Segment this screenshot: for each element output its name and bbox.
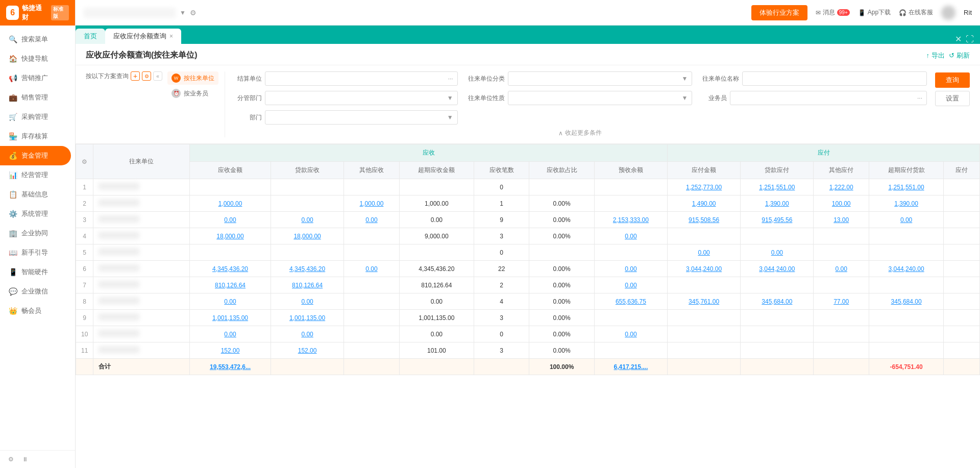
cell-link[interactable]: 0.00	[814, 261, 869, 277]
cell-link[interactable]: 915,495.56	[741, 212, 814, 228]
cell-link[interactable]: 13.00	[814, 212, 869, 228]
cell-link[interactable]: 1,490.00	[668, 195, 741, 212]
tab-bar: 首页 应收应付余额查询 × ✕ ⛶	[76, 26, 980, 44]
tab-close-icon[interactable]: ×	[169, 33, 173, 40]
tab-close-window-icon[interactable]: ✕	[955, 34, 962, 44]
cell-link[interactable]: 0.00	[594, 326, 667, 342]
field-settlement-input[interactable]: ···	[265, 71, 458, 86]
field-dept-input[interactable]: ▼	[265, 91, 458, 105]
edit-scheme-icon[interactable]: ⚙	[142, 71, 151, 81]
sidebar-item-hardware[interactable]: 📱智能硬件	[0, 262, 75, 282]
cell-link[interactable]: 0.00	[668, 244, 741, 261]
tab-home[interactable]: 首页	[76, 29, 105, 44]
cell-link[interactable]: 345,684.00	[741, 293, 814, 310]
cell-link[interactable]: 3,044,240.00	[741, 261, 814, 277]
industry-solution-btn[interactable]: 体验行业方案	[751, 5, 807, 20]
tab-ar-ap[interactable]: 应收应付余额查询 ×	[105, 29, 181, 44]
cell-link[interactable]: 810,126.64	[271, 277, 344, 293]
scheme-by-unit[interactable]: W 按往来单位	[167, 71, 218, 85]
cell-link[interactable]: 810,126.64	[190, 277, 271, 293]
sidebar-item-sales[interactable]: 💼销售管理	[0, 88, 75, 107]
cell-val: 101.00	[399, 342, 474, 359]
cell-link[interactable]: 1,000.00	[344, 195, 400, 212]
cell-link[interactable]: 1,222.00	[814, 179, 869, 195]
table-row: 1 0 1,252,773.00 1,251,551.00 1,222.00 1…	[76, 179, 980, 195]
sidebar-item-system[interactable]: ⚙️系统管理	[0, 204, 75, 224]
cell-link[interactable]: 345,684.00	[869, 293, 943, 310]
sidebar-item-basic[interactable]: 📋基础信息	[0, 185, 75, 204]
cell-link[interactable]: 0.00	[344, 212, 400, 228]
add-scheme-icon[interactable]: +	[131, 71, 140, 81]
sidebar-item-member[interactable]: 👑畅会员	[0, 301, 75, 321]
message-btn[interactable]: ✉ 消息 99+	[816, 8, 850, 17]
cell-link[interactable]: 0.00	[271, 212, 344, 228]
cell-link[interactable]: 1,000.00	[190, 195, 271, 212]
settings-icon[interactable]: ⚙	[190, 9, 197, 17]
cell-link[interactable]: 4,345,436.20	[190, 261, 271, 277]
cell-link[interactable]: 0.00	[190, 326, 271, 342]
cell-link[interactable]: 0.00	[190, 212, 271, 228]
cell-link[interactable]: 915,508.56	[668, 212, 741, 228]
total-ar-prepay[interactable]: 6,417,215....	[594, 359, 667, 375]
field-dept2-input[interactable]: ▼	[265, 110, 458, 125]
cell-link[interactable]: 0.00	[594, 228, 667, 244]
cell-link[interactable]: 100.00	[814, 195, 869, 212]
cell-link[interactable]: 1,390.00	[869, 195, 943, 212]
cell-link[interactable]: 2,153,333.00	[594, 212, 667, 228]
cell-link[interactable]: 1,390.00	[741, 195, 814, 212]
cell-link[interactable]: 1,251,551.00	[869, 179, 943, 195]
online-service-btn[interactable]: 🎧 在线客服	[899, 8, 933, 17]
cell-link[interactable]: 0.00	[594, 277, 667, 293]
sidebar-item-inventory[interactable]: 🏪库存核算	[0, 127, 75, 146]
cell-link[interactable]: 1,001,135.00	[190, 310, 271, 326]
sidebar-item-guide[interactable]: 📖新手引导	[0, 243, 75, 262]
sidebar-item-purchase[interactable]: 🛒采购管理	[0, 107, 75, 127]
cell-link[interactable]: 152.00	[190, 342, 271, 359]
cell-link[interactable]: 1,001,135.00	[271, 310, 344, 326]
cell-link[interactable]: 18,000.00	[271, 228, 344, 244]
header-actions: 体验行业方案 ✉ 消息 99+ 📱 App下载 🎧 在线客服 Rit	[751, 5, 972, 20]
cell-link[interactable]: 4,345,436.20	[271, 261, 344, 277]
refresh-btn[interactable]: ↺ 刷新	[949, 51, 970, 60]
cell-link[interactable]: 1,252,773.00	[668, 179, 741, 195]
settings-btn[interactable]: 设置	[935, 91, 970, 106]
query-btn[interactable]: 查询	[935, 72, 970, 88]
app-download-btn[interactable]: 📱 App下载	[858, 8, 891, 17]
cell-link[interactable]: 0.00	[741, 244, 814, 261]
cell-link[interactable]: 0.00	[869, 212, 943, 228]
cell-link[interactable]: 0.00	[271, 326, 344, 342]
settings-bottom-icon[interactable]: ⚙	[8, 456, 14, 463]
tab-expand-icon[interactable]: ⛶	[966, 35, 974, 44]
sidebar-item-quicknav[interactable]: 🏠快捷导航	[0, 49, 75, 68]
collapse-scheme-icon[interactable]: «	[153, 71, 162, 81]
sidebar-item-operation[interactable]: 📊经营管理	[0, 165, 75, 185]
cell-link[interactable]: 1,251,551.00	[741, 179, 814, 195]
breadcrumb-dropdown-icon[interactable]: ▼	[180, 9, 186, 16]
field-salesperson-input[interactable]: ···	[730, 91, 927, 105]
cell-link[interactable]: 152.00	[271, 342, 344, 359]
sidebar-item-finance[interactable]: 💰资金管理	[0, 146, 71, 165]
cell-link[interactable]: 0.00	[271, 293, 344, 310]
table-settings-icon[interactable]: ⚙	[82, 158, 87, 165]
field-nature-input[interactable]: ▼	[508, 91, 693, 105]
export-btn[interactable]: ↑ 导出	[926, 51, 945, 60]
pause-icon[interactable]: ⏸	[22, 456, 28, 463]
cell-link[interactable]: 655,636.75	[594, 293, 667, 310]
field-unitname-input[interactable]	[742, 71, 927, 86]
cell-link[interactable]: 18,000.00	[190, 228, 271, 244]
scheme-by-staff[interactable]: ⏰ 按业务员	[167, 87, 218, 100]
total-ar-amount[interactable]: 19,553,472,6...	[190, 359, 271, 375]
filter-collapse-btn[interactable]: ∧ 收起更多条件	[233, 129, 927, 137]
cell-link[interactable]: 0.00	[594, 261, 667, 277]
cell-link[interactable]: 0.00	[344, 261, 400, 277]
sidebar-item-marketing[interactable]: 📢营销推广	[0, 68, 75, 88]
field-category-input[interactable]: ▼	[508, 71, 693, 86]
sidebar-item-search[interactable]: 🔍搜索菜单	[0, 30, 75, 49]
cell-link[interactable]: 77.00	[814, 293, 869, 310]
sidebar-item-wechat[interactable]: 💬企业微信	[0, 282, 75, 301]
cell-link[interactable]: 345,761.00	[668, 293, 741, 310]
cell-link[interactable]: 3,044,240.00	[668, 261, 741, 277]
cell-link[interactable]: 0.00	[190, 293, 271, 310]
cell-link[interactable]: 3,044,240.00	[869, 261, 943, 277]
sidebar-item-corp[interactable]: 🏢企业协同	[0, 224, 75, 243]
